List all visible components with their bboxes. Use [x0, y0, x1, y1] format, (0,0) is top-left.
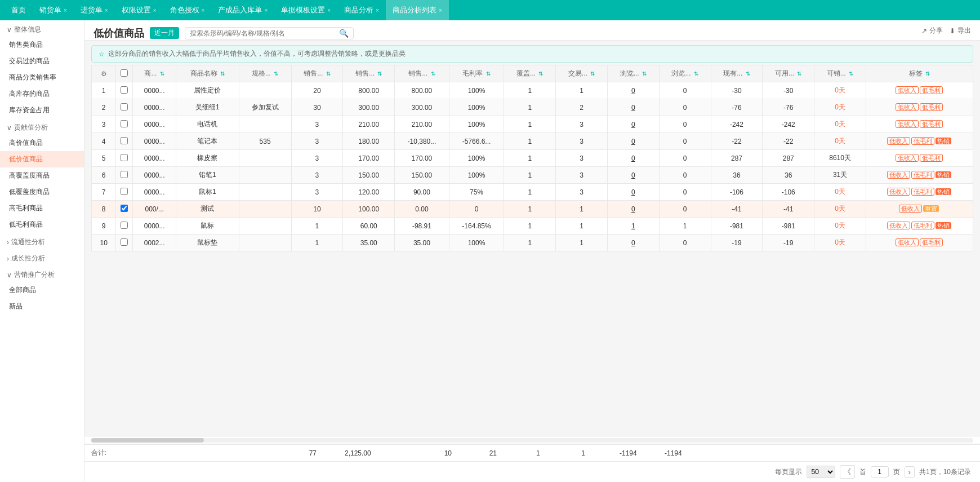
sidebar-item-low-gross[interactable]: 低毛利商品	[0, 216, 84, 233]
nav-template-settings[interactable]: 单据模板设置 ×	[274, 0, 337, 20]
per-page-label: 每页显示	[775, 467, 802, 477]
cell-checkbox[interactable]	[116, 99, 133, 116]
col-spec-header[interactable]: 规格... ⇅	[239, 65, 291, 82]
row-checkbox[interactable]	[121, 188, 128, 195]
row-checkbox[interactable]	[121, 171, 128, 178]
row-checkbox[interactable]	[121, 103, 128, 110]
export-icon: ⬇	[950, 27, 955, 35]
cell-checkbox[interactable]	[116, 235, 133, 251]
nav-close-icon[interactable]: ×	[439, 7, 442, 14]
cell-qty: 3	[291, 133, 343, 150]
col-price-header[interactable]: 销售... ⇅	[343, 65, 395, 82]
col-tags-header[interactable]: 标签 ⇅	[866, 65, 973, 82]
sidebar-item-stock-capital[interactable]: 库存资金占用	[0, 102, 84, 118]
cell-days: 0天	[814, 133, 866, 150]
cell-tags: 低收入低毛利热销	[866, 184, 973, 201]
cell-checkbox[interactable]	[116, 184, 133, 201]
cell-sales: 210.00	[395, 116, 449, 133]
nav-permission[interactable]: 权限设置 ×	[115, 0, 163, 20]
cell-checkbox[interactable]	[116, 116, 133, 133]
cell-sales: 800.00	[395, 82, 449, 99]
first-page-button[interactable]: 《	[840, 465, 855, 479]
content-area: 低价值商品 近一月 🔍 ↗ 分享 ⬇ 导出 ☆ 这部分商品的销售收入大幅低于商品…	[84, 20, 980, 482]
nav-close-icon[interactable]: ×	[202, 7, 205, 14]
col-sales-header[interactable]: 销售... ⇅	[395, 65, 449, 82]
sidebar-group-circulation: › 流通性分析	[0, 233, 84, 249]
table-row: 6 0000... 铅笔1 3 150.00 150.00 100% 1 3 0…	[92, 167, 973, 184]
col-stock2-header[interactable]: 可用... ⇅	[763, 65, 814, 82]
cell-checkbox[interactable]	[116, 218, 133, 235]
col-qty-header[interactable]: 销售... ⇅	[291, 65, 343, 82]
sidebar-item-all-goods[interactable]: 全部商品	[0, 282, 84, 298]
col-settings[interactable]: ⚙	[92, 65, 116, 82]
row-checkbox[interactable]	[121, 86, 128, 94]
sidebar-item-low-coverage[interactable]: 低覆盖度商品	[0, 184, 84, 200]
scroll-thumb[interactable]	[91, 438, 204, 443]
export-button[interactable]: ⬇ 导出	[950, 26, 971, 36]
table-container[interactable]: ⚙ 商... ⇅ 商品名称 ⇅ 规格... ⇅ 销售... ⇅ 销售... ⇅ …	[84, 65, 980, 437]
cell-tx: 2	[556, 99, 608, 116]
nav-close-icon[interactable]: ×	[327, 7, 331, 14]
col-stock1-header[interactable]: 现有... ⇅	[711, 65, 763, 82]
col-name-header[interactable]: 商品名称 ⇅	[176, 65, 239, 82]
nav-purchase-order[interactable]: 进货单 ×	[74, 0, 115, 20]
row-checkbox[interactable]	[121, 238, 128, 246]
footer-price: 2,125.00	[335, 449, 380, 457]
scroll-track[interactable]	[91, 438, 973, 443]
nav-close-icon[interactable]: ×	[376, 7, 379, 14]
sidebar-item-high-coverage[interactable]: 高覆盖度商品	[0, 167, 84, 184]
row-checkbox[interactable]	[121, 222, 128, 229]
row-checkbox[interactable]	[121, 137, 128, 144]
cell-checkbox[interactable]	[116, 82, 133, 99]
nav-close-icon[interactable]: ×	[153, 7, 157, 14]
cell-stock2: -30	[763, 82, 814, 99]
sidebar-item-high-gross[interactable]: 高毛利商品	[0, 200, 84, 216]
nav-sales-order[interactable]: 销货单 ×	[33, 0, 74, 20]
per-page-select[interactable]: 50 100 200	[807, 466, 835, 478]
row-checkbox[interactable]	[121, 205, 128, 212]
chevron-right-icon: ›	[7, 255, 9, 263]
cell-checkbox[interactable]	[116, 133, 133, 150]
nav-home[interactable]: 首页	[5, 0, 33, 20]
col-tx-header[interactable]: 交易... ⇅	[556, 65, 608, 82]
search-input[interactable]	[190, 29, 339, 37]
sidebar-item-new-goods[interactable]: 新品	[0, 298, 84, 315]
cell-days: 0天	[814, 184, 866, 201]
nav-product-analysis-list[interactable]: 商品分析列表 ×	[386, 0, 449, 20]
table-footer: 合计: 77 2,125.00 10 21 1 1 -1194 -1194	[84, 444, 980, 461]
sidebar-item-low-value[interactable]: 低价值商品	[0, 151, 84, 167]
nav-product-analysis[interactable]: 商品分析 ×	[337, 0, 386, 20]
sidebar-item-sales-goods[interactable]: 销售类商品	[0, 37, 84, 53]
page-label: 页	[893, 467, 900, 477]
col-code-header[interactable]: 商... ⇅	[133, 65, 176, 82]
sidebar-item-category-sales-rate[interactable]: 商品分类销售率	[0, 69, 84, 86]
nav-close-icon[interactable]: ×	[64, 7, 67, 14]
col-browse2-header[interactable]: 浏览... ⇅	[659, 65, 711, 82]
cell-price: 170.00	[343, 150, 395, 167]
row-checkbox[interactable]	[121, 154, 128, 161]
nav-role-auth[interactable]: 角色授权 ×	[163, 0, 212, 20]
row-checkbox[interactable]	[121, 120, 128, 127]
col-gross-header[interactable]: 毛利率 ⇅	[449, 65, 504, 82]
nav-close-icon[interactable]: ×	[264, 7, 268, 14]
share-button[interactable]: ↗ 分享	[921, 26, 943, 36]
filter-month-button[interactable]: 近一月	[150, 27, 179, 39]
col-coverage-header[interactable]: 覆盖... ⇅	[504, 65, 556, 82]
nav-product-inbound[interactable]: 产成品入库单 ×	[211, 0, 274, 20]
cell-browse1: 0	[607, 201, 659, 218]
sidebar-item-traded-goods[interactable]: 交易过的商品	[0, 53, 84, 69]
cell-checkbox[interactable]	[116, 167, 133, 184]
cell-checkbox[interactable]	[116, 201, 133, 218]
sidebar-item-high-stock[interactable]: 高库存的商品	[0, 86, 84, 102]
page-number-input[interactable]	[871, 466, 889, 477]
select-all-checkbox[interactable]	[121, 69, 128, 77]
next-page-button[interactable]: ›	[905, 466, 915, 478]
col-stock3-header[interactable]: 可销... ⇅	[814, 65, 866, 82]
nav-close-icon[interactable]: ×	[105, 7, 108, 14]
cell-checkbox[interactable]	[116, 150, 133, 167]
col-checkbox[interactable]	[116, 65, 133, 82]
sidebar-item-high-value[interactable]: 高价值商品	[0, 135, 84, 151]
footer-qty: 77	[290, 449, 335, 457]
cell-stock2: -242	[763, 116, 814, 133]
col-browse1-header[interactable]: 浏览... ⇅	[607, 65, 659, 82]
